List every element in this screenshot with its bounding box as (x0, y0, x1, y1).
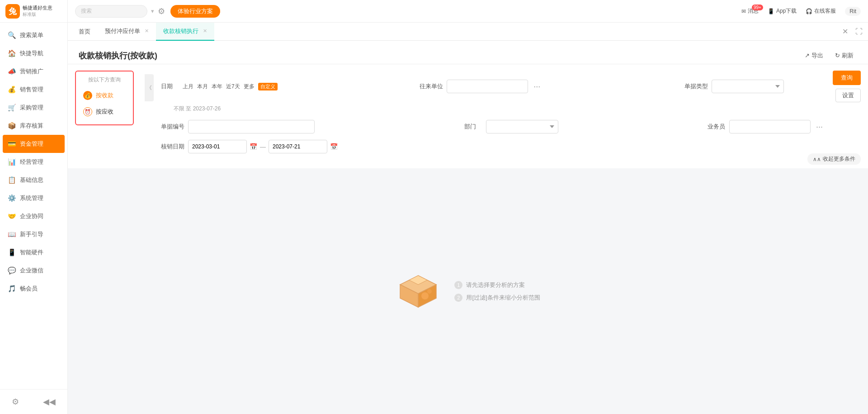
sidebar-item-operation[interactable]: 📊经营管理 (0, 153, 67, 171)
collapse-more-area: ∧∧ 收起更多条件 (75, 153, 861, 168)
date-custom-badge[interactable]: 自定义 (258, 83, 278, 90)
refresh-icon: ↻ (835, 52, 840, 59)
date-more[interactable]: 更多 (244, 82, 255, 91)
app-download-item[interactable]: 📱 App下载 (768, 7, 797, 15)
sidebar-item-guide[interactable]: 📖新手引导 (0, 225, 67, 243)
search-placeholder-text: 搜索 (81, 7, 92, 15)
settings-icon[interactable]: ⚙ (9, 394, 22, 409)
verify-date-start[interactable] (188, 140, 247, 153)
close-window-icon[interactable]: ✕ (840, 25, 850, 38)
page-header-actions: ↗ 导出 ↻ 刷新 (801, 50, 857, 62)
settings-button[interactable]: 设置 (835, 89, 861, 102)
quick-nav-icon: 🏠 (7, 49, 16, 58)
staff-input[interactable] (729, 120, 811, 133)
step-num-2: 2 (454, 294, 462, 302)
collapse-sidebar-icon[interactable]: ◀◀ (40, 394, 58, 409)
svg-point-4 (421, 292, 429, 300)
marketing-icon: 📣 (7, 67, 16, 76)
tab-prepay-label: 预付冲应付单 (105, 27, 140, 35)
app-download-icon: 📱 (768, 8, 774, 14)
sidebar-item-inventory[interactable]: 📦库存核算 (0, 117, 67, 135)
tabbar: 首页 预付冲应付单 ✕ 收款核销执行 ✕ ✕ ⛶ (68, 23, 868, 41)
date-7days[interactable]: 近7天 (226, 82, 240, 91)
expand-icon[interactable]: ⛶ (854, 26, 864, 38)
purchase-icon: 🛒 (7, 103, 16, 112)
staff-label: 业务员 (708, 123, 726, 131)
calendar-end-icon[interactable]: 📅 (330, 143, 338, 150)
query-button[interactable]: 查询 (833, 71, 861, 85)
sidebar-item-basic[interactable]: 📋基础信息 (0, 171, 67, 189)
date-nolimit-text: 不限 至 2023-07-26 (174, 105, 221, 113)
doc-no-input[interactable] (188, 120, 315, 133)
filter-staff-field: 业务员 ··· (708, 120, 825, 133)
sidebar-item-enterprise[interactable]: 🤝企业协同 (0, 207, 67, 225)
export-label: 导出 (811, 52, 823, 60)
sidebar: 兔 畅捷通好生意 标准版 🔍搜索菜单🏠快捷导航📣营销推广💰销售管理🛒采购管理📦库… (0, 0, 68, 414)
sales-icon: 💰 (7, 85, 16, 94)
dept-select[interactable] (486, 120, 558, 133)
sidebar-item-vip[interactable]: 🎵畅会员 (0, 280, 67, 298)
verify-date-range: 📅 — 📅 (188, 140, 338, 153)
partner-select-icon[interactable]: ··· (532, 82, 542, 91)
sidebar-item-purchase[interactable]: 🛒采购管理 (0, 99, 67, 117)
date-last-month[interactable]: 上月 (183, 82, 193, 91)
topbar-search-area: 搜索 ▾ ⚙ (75, 5, 165, 18)
sidebar-item-label-vip: 畅会员 (20, 285, 38, 293)
empty-step-2-text: 用[过滤]条件来缩小分析范围 (466, 294, 540, 302)
gear-icon[interactable]: ⚙ (158, 6, 165, 16)
calendar-start-icon[interactable]: 📅 (250, 143, 257, 150)
date-separator: — (260, 143, 266, 150)
sidebar-item-wechat[interactable]: 💬企业微信 (0, 262, 67, 280)
sidebar-item-smart-hw[interactable]: 📱智能硬件 (0, 243, 67, 262)
filter-option-by-receipt[interactable]: 💰 按收款 (76, 87, 133, 104)
partner-input[interactable] (447, 80, 528, 93)
filter-option-by-receivable[interactable]: ⏰ 按应收 (76, 104, 133, 120)
sidebar-item-sales[interactable]: 💰销售管理 (0, 81, 67, 99)
svg-point-5 (427, 289, 432, 294)
filter-sidebar: 按以下方查询 💰 按收款 ⏰ 按应收 (75, 71, 134, 125)
collapse-filter-btn[interactable]: 《 (145, 74, 154, 101)
filter-row-2: 单据编号 部门 业务员 (161, 120, 861, 133)
sidebar-item-label-search-menu: 搜索菜单 (20, 31, 43, 39)
tab-receipts-label: 收款核销执行 (163, 27, 198, 35)
verify-date-end[interactable] (269, 140, 327, 153)
solution-button[interactable]: 体验行业方案 (170, 5, 220, 18)
logo-icon: 兔 (5, 4, 20, 19)
filter-sidebar-title: 按以下方查询 (76, 76, 133, 87)
staff-select-icon[interactable]: ··· (814, 122, 825, 132)
content-area: 收款核销执行(按收款) ↗ 导出 ↻ 刷新 按以下方查询 💰 (68, 41, 868, 414)
sidebar-item-marketing[interactable]: 📣营销推广 (0, 62, 67, 81)
tab-prepay-close[interactable]: ✕ (145, 28, 149, 34)
sidebar-item-search-menu[interactable]: 🔍搜索菜单 (0, 26, 67, 44)
tab-prepay[interactable]: 预付冲应付单 ✕ (98, 23, 156, 41)
receipt-icon: 💰 (83, 91, 92, 100)
guide-icon: 📖 (7, 230, 16, 239)
sidebar-item-funds[interactable]: 💳资金管理 (3, 135, 65, 153)
date-this-year[interactable]: 本年 (212, 82, 222, 91)
receivable-icon: ⏰ (83, 107, 92, 116)
inventory-icon: 📦 (7, 121, 16, 130)
dropdown-icon[interactable]: ▾ (151, 8, 154, 14)
sidebar-item-label-smart-hw: 智能硬件 (20, 248, 43, 257)
step-num-1: 1 (454, 281, 462, 289)
chevron-up-icon: ∧∧ (813, 156, 821, 162)
refresh-button[interactable]: ↻ 刷新 (831, 50, 857, 62)
sidebar-item-system[interactable]: ⚙️系统管理 (0, 189, 67, 207)
topbar-right: ✉ 消息 99+ 📱 App下载 🎧 在线客服 Rit (741, 7, 861, 16)
sidebar-item-label-purchase: 采购管理 (20, 104, 43, 112)
tab-receipts[interactable]: 收款核销执行 ✕ (156, 23, 214, 41)
collapse-more-button[interactable]: ∧∧ 收起更多条件 (807, 153, 861, 165)
doc-type-select[interactable] (712, 80, 784, 93)
sidebar-item-quick-nav[interactable]: 🏠快捷导航 (0, 44, 67, 62)
message-item[interactable]: ✉ 消息 99+ (741, 7, 759, 15)
date-this-month[interactable]: 本月 (197, 82, 208, 91)
user-avatar[interactable]: Rit (845, 7, 861, 16)
tab-home-label: 首页 (79, 28, 90, 36)
refresh-label: 刷新 (842, 52, 854, 60)
tab-home[interactable]: 首页 (71, 23, 98, 41)
tab-receipts-close[interactable]: ✕ (203, 28, 207, 34)
export-button[interactable]: ↗ 导出 (801, 50, 827, 62)
empty-state-line-1: 1 请先选择要分析的方案 (454, 281, 540, 289)
vip-icon: 🎵 (7, 284, 16, 293)
online-service-item[interactable]: 🎧 在线客服 (806, 7, 836, 15)
